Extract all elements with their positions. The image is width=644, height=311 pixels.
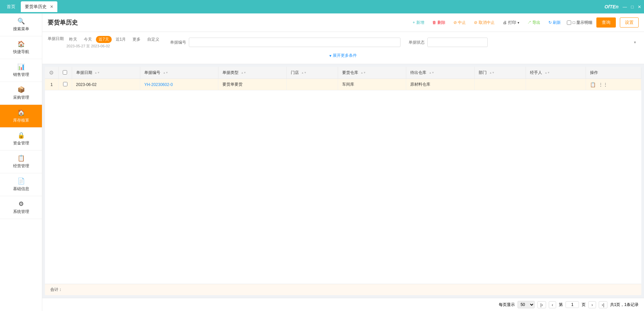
date-range-text: 2023-05-27 至 2023-06-02 <box>66 44 162 49</box>
sidebar-item-purchase-mgmt[interactable]: 📦 采购管理 <box>0 82 42 105</box>
first-page-btn[interactable]: |‹ <box>537 301 546 308</box>
content-area: 要货单历史 + 新增 🗑 删除 ⊘ 中止 ⊘ 取消中止 🖨 🖨 打印 打印 ▾ … <box>42 13 644 311</box>
sidebar-item-quick-nav[interactable]: 🏠 快捷导航 <box>0 36 42 59</box>
date-tab-custom[interactable]: 自定义 <box>145 36 162 43</box>
export-button[interactable]: ↗ 导出 <box>525 18 542 27</box>
inventory-calc-icon: 🏠 <box>17 109 25 116</box>
brand-logo: OfTEn <box>604 4 619 9</box>
tab-home[interactable]: 首页 <box>3 1 19 12</box>
display-detail-label: □ 显示明细 <box>573 20 592 26</box>
purchase-mgmt-icon: 📦 <box>17 86 25 93</box>
date-tab-today[interactable]: 今天 <box>81 36 95 43</box>
sidebar-item-operations-mgmt[interactable]: 📋 经营管理 <box>0 150 42 173</box>
table-footer: 合计： <box>45 284 641 295</box>
select-all-checkbox[interactable] <box>63 70 67 75</box>
expand-more-button[interactable]: ▾ 展开更多条件 <box>328 51 358 60</box>
number-sort-icon: ▲▼ <box>163 72 168 74</box>
table-body: 1 2023-06-02 YH-20230602-0 要货单要货 车间库 原材料… <box>45 79 641 90</box>
cell-number: YH-20230602-0 <box>140 79 218 90</box>
th-type-label[interactable]: 单据类型 ▲▼ <box>222 70 246 75</box>
bill-number-input[interactable] <box>189 38 400 47</box>
print-dropdown-icon[interactable]: ▾ <box>518 21 519 25</box>
prev-page-btn[interactable]: ‹ <box>549 301 556 308</box>
column-settings-icon[interactable]: ⚙ <box>49 70 54 76</box>
handler-sort-icon: ▲▼ <box>545 72 550 74</box>
th-number-label[interactable]: 单据编号 ▲▼ <box>144 70 168 75</box>
pagination: 每页显示 50 10 20 100 |‹ ‹ 第 1 页 › ›| 共1页，1条… <box>42 298 644 311</box>
store-sort-icon: ▲▼ <box>301 72 307 74</box>
sidebar: 🔍 搜索菜单 🏠 快捷导航 📊 销售管理 📦 采购管理 🏠 库存核算 🔒 资金管… <box>0 13 42 311</box>
cancel-stop-button[interactable]: ⊘ 取消中止 <box>472 18 496 27</box>
page-suffix: 页 <box>582 302 586 308</box>
footer-summary-label: 合计： <box>50 287 62 293</box>
date-tabs: 昨天 今天 近7天 近1月 更多 自定义 <box>66 36 162 43</box>
th-date-label[interactable]: 单据日期 ▲▼ <box>76 70 100 75</box>
date-sort-icon: ▲▼ <box>95 72 100 74</box>
print-button[interactable]: 🖨 🖨 打印 打印 ▾ <box>501 18 521 27</box>
sidebar-item-system-mgmt[interactable]: ⚙ 系统管理 <box>0 196 42 219</box>
close-btn[interactable]: ✕ <box>638 4 641 9</box>
cell-pending-warehouse: 原材料仓库 <box>406 79 475 90</box>
total-records-label: 共1页，1条记录 <box>610 302 639 308</box>
add-button[interactable]: + 新增 <box>411 18 426 27</box>
table-row: 1 2023-06-02 YH-20230602-0 要货单要货 车间库 原材料… <box>45 79 641 90</box>
per-page-select[interactable]: 50 10 20 100 <box>518 301 535 308</box>
delete-button[interactable]: 🗑 删除 <box>430 18 447 27</box>
status-select[interactable] <box>427 38 488 47</box>
sidebar-item-basic-info-label: 基础信息 <box>13 186 29 192</box>
stop-button[interactable]: ⊘ 中止 <box>451 18 468 27</box>
query-button[interactable]: 查询 <box>596 17 616 28</box>
cell-type: 要货单要货 <box>218 79 286 90</box>
th-store: 门店 ▲▼ <box>286 67 338 79</box>
date-tab-yesterday[interactable]: 昨天 <box>66 36 80 43</box>
th-department-label[interactable]: 部门 ▲▼ <box>479 70 494 75</box>
finance-mgmt-icon: 🔒 <box>17 132 25 139</box>
tab-close-icon[interactable]: ✕ <box>50 4 53 9</box>
bill-number-link[interactable]: YH-20230602-0 <box>144 82 173 87</box>
date-tab-7days[interactable]: 近7天 <box>96 36 112 43</box>
status-select-wrap <box>427 38 639 47</box>
sidebar-item-operations-mgmt-label: 经营管理 <box>13 163 29 169</box>
expand-more-label: 展开更多条件 <box>333 53 357 58</box>
cell-store <box>286 79 338 90</box>
display-detail-toggle[interactable]: □ 显示明细 <box>567 20 592 26</box>
page-title: 要货单历史 <box>48 18 78 27</box>
th-number: 单据编号 ▲▼ <box>140 67 218 79</box>
sidebar-item-sales-mgmt[interactable]: 📊 销售管理 <box>0 59 42 82</box>
sidebar-item-finance-mgmt[interactable]: 🔒 资金管理 <box>0 128 42 150</box>
cell-req-warehouse: 车间库 <box>338 79 406 90</box>
edit-action-icon[interactable]: 📋 <box>590 82 596 87</box>
page-input[interactable]: 1 <box>566 301 579 308</box>
minimize-btn[interactable]: — <box>623 4 627 9</box>
maximize-btn[interactable]: □ <box>631 4 634 9</box>
page-header: 要货单历史 + 新增 🗑 删除 ⊘ 中止 ⊘ 取消中止 🖨 🖨 打印 打印 ▾ … <box>42 13 644 32</box>
display-detail-checkbox[interactable] <box>567 20 571 25</box>
print-icon: 🖨 <box>503 20 507 25</box>
expand-more-container: ▾ 展开更多条件 <box>48 51 639 60</box>
sidebar-item-sales-mgmt-label: 销售管理 <box>13 72 29 78</box>
th-req-warehouse-label[interactable]: 要货仓库 ▲▼ <box>342 70 366 75</box>
th-pending-warehouse-label[interactable]: 待出仓库 ▲▼ <box>410 70 434 75</box>
next-page-btn[interactable]: › <box>588 301 596 308</box>
th-department: 部门 ▲▼ <box>475 67 526 79</box>
th-store-label[interactable]: 门店 ▲▼ <box>291 70 307 75</box>
setting-button[interactable]: 设置 <box>620 17 639 28</box>
sidebar-item-basic-info[interactable]: 📄 基础信息 <box>0 173 42 196</box>
sidebar-item-search-menu[interactable]: 🔍 搜索菜单 <box>0 13 42 36</box>
data-table: ⚙ 单据日期 ▲▼ 单据编号 ▲▼ <box>45 67 641 90</box>
refresh-button[interactable]: ↻ 刷新 <box>546 18 563 27</box>
sidebar-item-finance-mgmt-label: 资金管理 <box>13 140 29 146</box>
row-checkbox[interactable] <box>63 82 67 86</box>
sidebar-item-inventory-calc[interactable]: 🏠 库存核算 <box>0 105 42 128</box>
th-handler-label[interactable]: 经手人 ▲▼ <box>530 70 550 75</box>
date-tab-more[interactable]: 更多 <box>130 36 143 43</box>
pending-warehouse-sort-icon: ▲▼ <box>429 72 434 74</box>
more-action-icon[interactable]: ⋮⋮ <box>598 82 608 87</box>
status-label: 单据状态 <box>409 40 425 45</box>
last-page-btn[interactable]: ›| <box>599 301 607 308</box>
bill-number-filter: 单据编号 <box>170 38 400 47</box>
th-checkbox <box>58 67 72 79</box>
date-tab-1month[interactable]: 近1月 <box>113 36 129 43</box>
top-bar: 首页 要货单历史 ✕ OfTEn — □ ✕ <box>0 0 644 13</box>
tab-requisition-history[interactable]: 要货单历史 ✕ <box>21 1 57 12</box>
